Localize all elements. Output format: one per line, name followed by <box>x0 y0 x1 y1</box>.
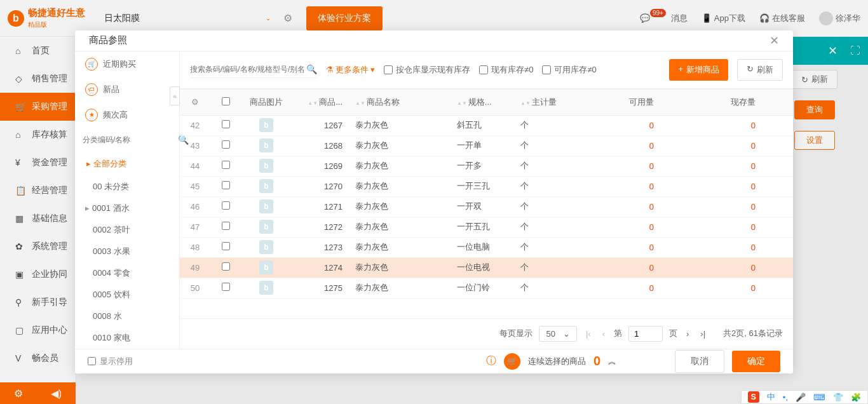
row-checkbox[interactable] <box>222 262 230 271</box>
ime-punct-icon[interactable]: •, <box>783 393 788 402</box>
chk-warehouse[interactable]: 按仓库显示现有库存 <box>384 64 470 76</box>
row-check <box>210 222 241 232</box>
col-unit[interactable]: ▲▼主计量 <box>514 97 565 108</box>
category-search-input[interactable] <box>83 131 178 148</box>
chevron-up-icon[interactable]: ︽ <box>608 356 616 367</box>
ime-mic-icon[interactable]: 🎤 <box>796 393 806 402</box>
row-checkbox[interactable] <box>222 201 230 210</box>
cat-0002[interactable]: 0002 茶叶 <box>75 219 179 241</box>
all-categories[interactable]: ▸全部分类 <box>75 152 179 176</box>
row-checkbox[interactable] <box>222 140 230 149</box>
table-row[interactable]: 49b1274泰力灰色一位电视个00 <box>180 258 793 278</box>
cancel-button[interactable]: 取消 <box>675 350 724 373</box>
collapse-left-icon[interactable]: « <box>170 86 180 105</box>
cat-0008[interactable]: 0008 水 <box>75 306 179 327</box>
close-icon[interactable]: ✕ <box>770 34 779 48</box>
row-unit: 个 <box>514 201 565 212</box>
col-spec[interactable]: ▲▼规格... <box>451 97 514 108</box>
image-placeholder-icon: b <box>259 240 273 254</box>
product-search-input[interactable] <box>190 61 306 77</box>
page-info: 共2页, 61条记录 <box>723 328 783 339</box>
help-icon[interactable]: ⓘ <box>486 354 496 368</box>
cat-0004[interactable]: 0004 零食 <box>75 262 179 284</box>
more-conditions[interactable]: ⚗更多条件▾ <box>326 64 375 76</box>
row-checkbox[interactable] <box>222 222 230 230</box>
table-row[interactable]: 48b1273泰力灰色一位电脑个00 <box>180 238 793 258</box>
page-size-select[interactable]: 50⌄ <box>539 326 576 342</box>
last-page-icon[interactable]: ›| <box>698 329 708 339</box>
ok-button[interactable]: 确定 <box>732 351 780 372</box>
cat-0005[interactable]: 0005 饮料 <box>75 284 179 306</box>
table-row[interactable]: 42b1267泰力灰色斜五孔个00 <box>180 116 793 136</box>
tag-recent[interactable]: 🛒近期购买 <box>75 51 179 77</box>
row-checkbox[interactable] <box>222 161 230 169</box>
row-checkbox[interactable] <box>222 283 230 291</box>
row-image: b <box>241 118 292 132</box>
chk-avail-nonzero[interactable]: 可用库存≠0 <box>542 64 596 76</box>
cat-0003[interactable]: 0003 水果 <box>75 241 179 262</box>
table-row[interactable]: 50b1275泰力灰色一位门铃个00 <box>180 278 793 299</box>
table-row[interactable]: 46b1271泰力灰色一开双个00 <box>180 197 793 217</box>
search-icon[interactable]: 🔍 <box>306 64 317 74</box>
row-stock: 0 <box>660 161 768 171</box>
ime-skin-icon[interactable]: 👕 <box>833 393 843 402</box>
tag-new[interactable]: 🏷新品 <box>75 77 179 102</box>
table-row[interactable]: 44b1269泰力灰色一开多个00 <box>180 156 793 177</box>
table-row[interactable]: 43b1268泰力灰色一开单个00 <box>180 136 793 156</box>
col-settings[interactable]: ⚙ <box>180 97 210 107</box>
col-stock[interactable]: 现存量 <box>660 97 768 108</box>
row-stock: 0 <box>660 182 768 191</box>
image-placeholder-icon: b <box>259 281 273 295</box>
cat-0010[interactable]: 0010 家电 <box>75 327 179 349</box>
page-input[interactable] <box>628 326 663 342</box>
caret-right-icon: ▸ <box>86 159 91 168</box>
row-index: 44 <box>180 161 210 171</box>
show-stopped-check[interactable]: 显示停用 <box>88 356 133 367</box>
tag-frequent[interactable]: ★频次高 <box>75 102 179 128</box>
ime-keyboard-icon[interactable]: ⌨ <box>813 393 825 402</box>
col-avail[interactable]: 可用量 <box>565 97 660 108</box>
row-checkbox[interactable] <box>222 120 230 128</box>
first-page-icon[interactable]: |‹ <box>583 329 593 339</box>
row-name: 泰力灰色 <box>349 241 451 253</box>
col-code[interactable]: ▲▼商品... <box>292 97 349 108</box>
row-spec: 一开五孔 <box>451 221 514 232</box>
chk-stock-nonzero[interactable]: 现有库存≠0 <box>479 64 533 76</box>
col-image[interactable]: 商品图片 <box>241 97 292 108</box>
refresh-button[interactable]: ↻刷新 <box>737 59 783 81</box>
row-name: 泰力灰色 <box>349 140 451 151</box>
row-image: b <box>241 220 292 234</box>
row-spec: 一位电脑 <box>451 241 514 253</box>
table-header: ⚙ 商品图片 ▲▼商品... ▲▼商品名称 ▲▼规格... ▲▼主计量 可用量 … <box>180 89 793 116</box>
row-checkbox[interactable] <box>222 242 230 250</box>
row-unit: 个 <box>514 180 565 192</box>
prev-page-icon[interactable]: ‹ <box>600 329 607 339</box>
cat-00[interactable]: 00 未分类 <box>75 176 179 198</box>
chevron-down-icon: ▾ <box>370 65 375 74</box>
add-product-button[interactable]: +新增商品 <box>669 59 728 81</box>
row-avail: 0 <box>565 161 660 171</box>
ime-lang[interactable]: 中 <box>767 391 775 403</box>
row-image: b <box>241 179 292 193</box>
col-check <box>210 97 241 107</box>
check-all[interactable] <box>222 97 230 105</box>
cat-0001[interactable]: ▸0001 酒水 <box>75 198 179 219</box>
sort-icon: ▲▼ <box>457 102 467 105</box>
next-page-icon[interactable]: › <box>684 329 691 339</box>
row-image: b <box>241 199 292 213</box>
row-avail: 0 <box>565 263 660 273</box>
chevron-down-icon: ⌄ <box>563 329 570 339</box>
table-row[interactable]: 47b1272泰力灰色一开五孔个00 <box>180 217 793 238</box>
table-row[interactable]: 45b1270泰力灰色一开三孔个00 <box>180 177 793 197</box>
modal-header: 商品参照 ✕ <box>75 30 793 51</box>
col-name[interactable]: ▲▼商品名称 <box>349 97 451 108</box>
row-check <box>210 120 241 130</box>
ime-tool-icon[interactable]: 🧩 <box>851 393 861 402</box>
per-page-label: 每页显示 <box>499 328 532 339</box>
row-stock: 0 <box>660 222 768 232</box>
row-check <box>210 140 241 151</box>
row-checkbox[interactable] <box>222 181 230 189</box>
ime-logo-icon[interactable]: S <box>748 391 759 403</box>
row-index: 48 <box>180 243 210 252</box>
row-index: 42 <box>180 121 210 130</box>
